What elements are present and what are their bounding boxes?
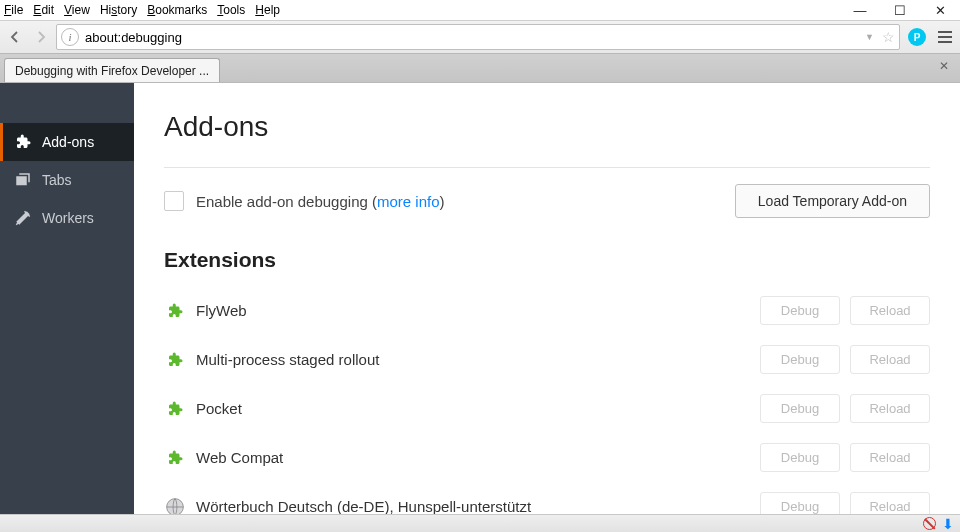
sidebar-item-tabs[interactable]: Tabs: [0, 161, 134, 199]
enable-debugging-checkbox[interactable]: [164, 191, 184, 211]
tabs-icon: [14, 171, 32, 189]
puzzle-green-icon: [164, 447, 186, 469]
globe-icon: [164, 496, 186, 515]
menu-bar: File Edit View History Bookmarks Tools H…: [0, 0, 960, 20]
debug-button[interactable]: Debug: [760, 296, 840, 325]
extension-row: Multi-process staged rolloutDebugReload: [164, 335, 930, 384]
sidebar-item-workers[interactable]: Workers: [0, 199, 134, 237]
extension-row: FlyWebDebugReload: [164, 286, 930, 335]
sidebar-item-add-ons[interactable]: Add-ons: [0, 123, 134, 161]
sidebar-item-label: Add-ons: [42, 134, 94, 150]
tools-icon: [14, 209, 32, 227]
load-temporary-addon-button[interactable]: Load Temporary Add-on: [735, 184, 930, 218]
debug-button[interactable]: Debug: [760, 492, 840, 514]
reload-button[interactable]: Reload: [850, 394, 930, 423]
downloads-icon[interactable]: ⬇: [942, 516, 954, 532]
extension-name: Wörterbuch Deutsch (de-DE), Hunspell-unt…: [196, 498, 750, 514]
tab-label: Debugging with Firefox Developer ...: [15, 64, 209, 78]
pocket-icon[interactable]: P: [908, 28, 926, 46]
menu-history[interactable]: History: [100, 3, 137, 17]
content-area: Add-ons Enable add-on debugging (more in…: [134, 83, 960, 514]
page-title: Add-ons: [164, 111, 930, 143]
menu-edit[interactable]: Edit: [33, 3, 54, 17]
sidebar-item-label: Tabs: [42, 172, 72, 188]
enable-row: Enable add-on debugging (more info) Load…: [164, 184, 930, 218]
extensions-list: FlyWebDebugReloadMulti-process staged ro…: [164, 286, 930, 514]
extension-name: Web Compat: [196, 449, 750, 466]
extensions-heading: Extensions: [164, 248, 930, 272]
tabs-close-icon[interactable]: ✕: [936, 58, 952, 74]
reload-button[interactable]: Reload: [850, 296, 930, 325]
bookmark-star-icon[interactable]: ☆: [882, 29, 895, 45]
sidebar-item-label: Workers: [42, 210, 94, 226]
toolbar: i ▼ ☆ P: [0, 20, 960, 54]
svg-point-0: [167, 498, 184, 514]
forward-button[interactable]: [30, 26, 52, 48]
debug-button[interactable]: Debug: [760, 345, 840, 374]
puzzle-green-icon: [164, 300, 186, 322]
menu-view[interactable]: View: [64, 3, 90, 17]
menu-file[interactable]: File: [4, 3, 23, 17]
extension-name: Multi-process staged rollout: [196, 351, 750, 368]
puzzle-icon: [14, 133, 32, 151]
enable-label: Enable add-on debugging (more info): [196, 193, 445, 210]
menu-button[interactable]: [934, 26, 956, 48]
reload-button[interactable]: Reload: [850, 443, 930, 472]
tab-strip: Debugging with Firefox Developer ... ✕: [0, 54, 960, 82]
enable-left: Enable add-on debugging (more info): [164, 191, 445, 211]
status-bar: ⬇: [0, 514, 960, 532]
extension-name: Pocket: [196, 400, 750, 417]
close-button[interactable]: ✕: [920, 0, 960, 20]
noscript-icon[interactable]: [923, 517, 936, 530]
extension-name: FlyWeb: [196, 302, 750, 319]
extension-row: PocketDebugReload: [164, 384, 930, 433]
debug-button[interactable]: Debug: [760, 394, 840, 423]
more-info-link[interactable]: more info: [377, 193, 440, 210]
reload-button[interactable]: Reload: [850, 345, 930, 374]
menu-tools[interactable]: Tools: [217, 3, 245, 17]
puzzle-green-icon: [164, 349, 186, 371]
maximize-button[interactable]: ☐: [880, 0, 920, 20]
url-dropdown-icon[interactable]: ▼: [865, 32, 874, 42]
identity-icon[interactable]: i: [61, 28, 79, 46]
divider: [164, 167, 930, 168]
main-area: Add-onsTabsWorkers Add-ons Enable add-on…: [0, 82, 960, 514]
reload-button[interactable]: Reload: [850, 492, 930, 514]
window-controls: — ☐ ✕: [840, 0, 960, 20]
url-bar[interactable]: i ▼ ☆: [56, 24, 900, 50]
url-input[interactable]: [85, 30, 859, 45]
sidebar: Add-onsTabsWorkers: [0, 83, 134, 514]
debug-button[interactable]: Debug: [760, 443, 840, 472]
menu-bookmarks[interactable]: Bookmarks: [147, 3, 207, 17]
minimize-button[interactable]: —: [840, 0, 880, 20]
back-button[interactable]: [4, 26, 26, 48]
extension-row: Wörterbuch Deutsch (de-DE), Hunspell-unt…: [164, 482, 930, 514]
puzzle-green-icon: [164, 398, 186, 420]
tab-active[interactable]: Debugging with Firefox Developer ...: [4, 58, 220, 82]
menu-help[interactable]: Help: [255, 3, 280, 17]
extension-row: Web CompatDebugReload: [164, 433, 930, 482]
